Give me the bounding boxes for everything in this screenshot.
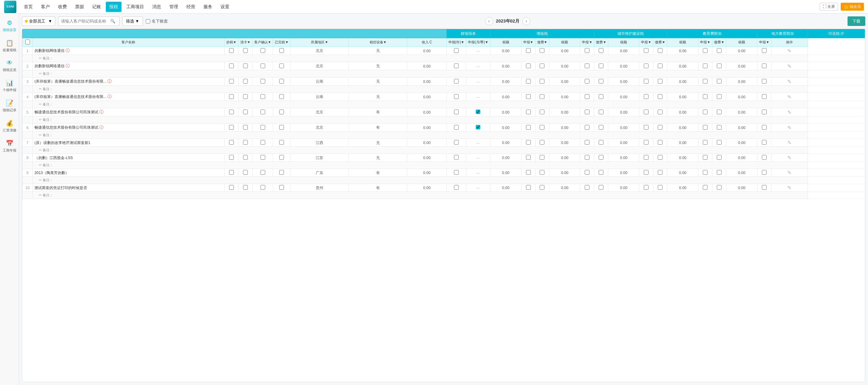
report-month-checkbox[interactable] xyxy=(476,110,480,114)
confirm-checkbox-cb[interactable] xyxy=(260,155,265,160)
report-month-checkbox[interactable] xyxy=(476,125,480,129)
edu-report-checkbox-cb[interactable] xyxy=(644,170,649,175)
edu-pay-checkbox[interactable] xyxy=(653,124,667,132)
edu-report-checkbox-cb[interactable] xyxy=(644,155,649,160)
edu-pay-checkbox-cb[interactable] xyxy=(658,140,663,145)
edit-icon[interactable]: ✎ xyxy=(787,110,792,115)
confirm-checkbox[interactable] xyxy=(252,77,273,86)
edu-pay-checkbox-cb[interactable] xyxy=(658,155,663,160)
chaosui-checkbox[interactable] xyxy=(224,124,238,132)
local-report-checkbox[interactable] xyxy=(698,124,712,132)
confirm-checkbox[interactable] xyxy=(252,169,273,177)
local-report-checkbox-cb[interactable] xyxy=(703,79,708,84)
vat-pay-checkbox[interactable] xyxy=(535,93,549,101)
nav-business[interactable]: 工商项目 xyxy=(123,2,147,12)
city-pay-checkbox-cb[interactable] xyxy=(599,155,603,160)
action-cell[interactable]: ✎ xyxy=(771,154,808,162)
city-report-checkbox[interactable] xyxy=(580,62,594,70)
local-pay-checkbox-cb[interactable] xyxy=(717,155,722,160)
edu-report-checkbox[interactable] xyxy=(639,154,653,162)
report-month-cell[interactable]: — xyxy=(466,62,490,70)
th-edu-report[interactable]: 申报▼ xyxy=(639,38,653,47)
local-pay-checkbox[interactable] xyxy=(712,77,726,86)
edu-pay-checkbox[interactable] xyxy=(653,62,667,70)
vat-pay-checkbox-cb[interactable] xyxy=(540,155,544,160)
paid-checkbox[interactable] xyxy=(273,139,290,147)
th-local-report[interactable]: 申报▼ xyxy=(698,38,712,47)
report-year-checkbox-cb[interactable] xyxy=(454,79,459,84)
report-year-checkbox-cb[interactable] xyxy=(454,48,459,53)
qingka-checkbox[interactable] xyxy=(238,169,252,177)
vat-report-checkbox-cb[interactable] xyxy=(526,110,531,114)
edu-report-checkbox[interactable] xyxy=(639,108,653,116)
paid-checkbox[interactable] xyxy=(273,47,290,55)
stamp-report-checkbox[interactable] xyxy=(757,169,771,177)
vat-pay-checkbox-cb[interactable] xyxy=(540,94,544,99)
th-report-month[interactable]: 申报(月/季)▼ xyxy=(466,38,490,47)
prev-month-button[interactable]: ‹ xyxy=(485,17,493,25)
vat-report-checkbox[interactable] xyxy=(521,62,535,70)
action-cell[interactable]: ✎ xyxy=(771,184,808,192)
report-year-checkbox-cb[interactable] xyxy=(454,170,459,175)
nav-manage[interactable]: 管理 xyxy=(166,2,182,12)
stamp-report-checkbox-cb[interactable] xyxy=(762,140,767,145)
city-pay-checkbox[interactable] xyxy=(594,169,608,177)
local-pay-checkbox[interactable] xyxy=(712,184,726,192)
sub-item-annual-report[interactable]: 📅 工商年报 xyxy=(1,137,18,156)
stamp-report-checkbox[interactable] xyxy=(757,77,771,86)
paid-checkbox-cb[interactable] xyxy=(279,125,284,130)
confirm-checkbox-cb[interactable] xyxy=(260,110,265,114)
local-report-checkbox[interactable] xyxy=(698,108,712,116)
paid-checkbox-cb[interactable] xyxy=(279,79,284,84)
vat-report-checkbox[interactable] xyxy=(521,93,535,101)
local-report-checkbox-cb[interactable] xyxy=(703,110,708,114)
paid-checkbox[interactable] xyxy=(273,62,290,70)
local-report-checkbox[interactable] xyxy=(698,77,712,86)
nav-tax[interactable]: 报税 xyxy=(106,2,122,12)
chaosui-checkbox-cb[interactable] xyxy=(229,170,234,175)
edu-report-checkbox[interactable] xyxy=(639,124,653,132)
report-month-cell[interactable]: — xyxy=(466,184,490,192)
next-month-button[interactable]: › xyxy=(522,17,530,25)
qingka-checkbox-cb[interactable] xyxy=(243,79,248,84)
city-report-checkbox[interactable] xyxy=(580,169,594,177)
qingka-checkbox[interactable] xyxy=(238,93,252,101)
local-pay-checkbox[interactable] xyxy=(712,169,726,177)
edu-pay-checkbox[interactable] xyxy=(653,93,667,101)
vat-report-checkbox-cb[interactable] xyxy=(526,185,531,190)
local-pay-checkbox-cb[interactable] xyxy=(717,79,722,84)
confirm-checkbox[interactable] xyxy=(252,62,273,70)
city-report-checkbox[interactable] xyxy=(580,108,594,116)
stamp-report-checkbox[interactable] xyxy=(757,93,771,101)
action-cell[interactable]: ✎ xyxy=(771,93,808,101)
paid-checkbox[interactable] xyxy=(273,169,290,177)
local-pay-checkbox-cb[interactable] xyxy=(717,185,722,190)
th-city-pay[interactable]: 缴费▼ xyxy=(594,38,608,47)
fullscreen-button[interactable]: ⛶ 全屏 xyxy=(820,3,838,11)
city-pay-checkbox[interactable] xyxy=(594,184,608,192)
chaosui-checkbox-cb[interactable] xyxy=(229,155,234,160)
stamp-report-checkbox[interactable] xyxy=(757,139,771,147)
city-pay-checkbox[interactable] xyxy=(594,47,608,55)
vat-report-checkbox-cb[interactable] xyxy=(526,155,531,160)
local-pay-checkbox-cb[interactable] xyxy=(717,63,722,68)
city-pay-checkbox[interactable] xyxy=(594,124,608,132)
chaosui-checkbox[interactable] xyxy=(224,139,238,147)
city-pay-checkbox-cb[interactable] xyxy=(599,94,603,99)
city-report-checkbox[interactable] xyxy=(580,47,594,55)
edu-report-checkbox[interactable] xyxy=(639,169,653,177)
confirm-checkbox[interactable] xyxy=(252,154,273,162)
vat-report-checkbox[interactable] xyxy=(521,77,535,86)
vat-pay-checkbox[interactable] xyxy=(535,139,549,147)
stamp-report-checkbox-cb[interactable] xyxy=(762,48,767,53)
vat-pay-checkbox-cb[interactable] xyxy=(540,48,544,53)
confirm-checkbox-cb[interactable] xyxy=(260,170,265,175)
edit-icon[interactable]: ✎ xyxy=(787,48,792,54)
action-cell[interactable]: ✎ xyxy=(771,47,808,55)
vat-report-checkbox-cb[interactable] xyxy=(526,140,531,145)
chaosui-checkbox-cb[interactable] xyxy=(229,48,234,53)
local-report-checkbox[interactable] xyxy=(698,62,712,70)
city-pay-checkbox-cb[interactable] xyxy=(599,48,603,53)
city-report-checkbox-cb[interactable] xyxy=(585,63,589,68)
report-year-checkbox-cb[interactable] xyxy=(454,63,459,68)
